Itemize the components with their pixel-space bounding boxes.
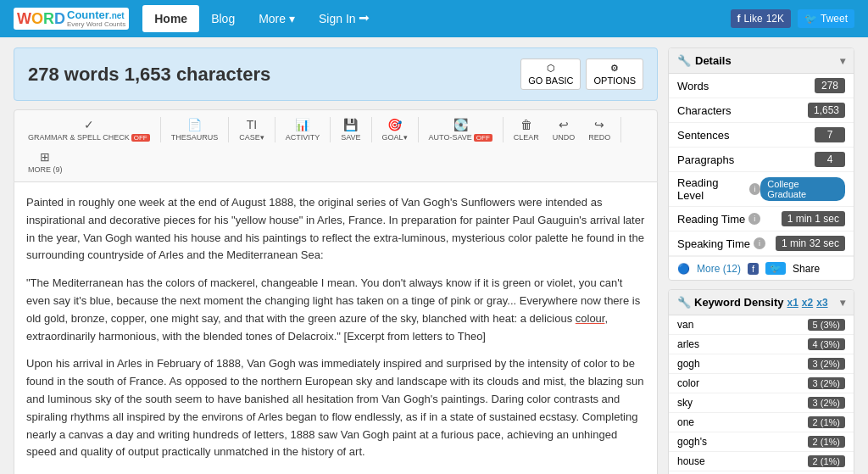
save-label: SAVE bbox=[341, 133, 360, 142]
autosave-badge: OFF bbox=[474, 134, 492, 142]
kd-row-van: van 5 (3%) bbox=[669, 315, 854, 335]
kd-x1-button[interactable]: x1 bbox=[787, 297, 798, 309]
thesaurus-label: THESAURUS bbox=[171, 133, 219, 142]
toolbar-separator-2 bbox=[228, 117, 229, 142]
misspelled-word: colour bbox=[576, 312, 605, 325]
reading-level-value: College Graduate bbox=[760, 177, 845, 201]
save-icon: 💾 bbox=[343, 118, 358, 131]
goal-icon: 🎯 bbox=[387, 118, 402, 131]
kd-x2-button[interactable]: x2 bbox=[802, 297, 813, 309]
kd-row-color: color 3 (2%) bbox=[669, 374, 854, 393]
kd-row-goghs: gogh's 2 (1%) bbox=[669, 432, 854, 452]
details-more-link[interactable]: More (12) bbox=[697, 263, 741, 275]
clear-label: CLEAR bbox=[514, 133, 539, 142]
kd-val-goghs: 2 (1%) bbox=[808, 436, 845, 448]
kd-val-color: 3 (2%) bbox=[808, 377, 845, 389]
case-button[interactable]: TI CASE▾ bbox=[234, 115, 270, 144]
details-section: 🔧 Details ▾ Words 278 Characters 1,653 S… bbox=[668, 47, 854, 281]
header-social: f Like 12K 🐦 Tweet bbox=[731, 9, 854, 28]
reading-level-info-icon[interactable]: i bbox=[749, 183, 761, 195]
left-panel: 278 words 1,653 characters ⬡ GO BASIC ⚙ … bbox=[14, 47, 658, 474]
kd-word-van: van bbox=[677, 319, 693, 331]
save-button[interactable]: 💾 SAVE bbox=[336, 115, 365, 144]
editor-area[interactable]: Painted in roughly one week at the end o… bbox=[14, 182, 658, 474]
kd-val-van: 5 (3%) bbox=[808, 319, 845, 331]
checkmark-icon: ✓ bbox=[84, 118, 94, 131]
details-row-reading-time: Reading Time i 1 min 1 sec bbox=[669, 207, 854, 231]
word-count-title: 278 words 1,653 characters bbox=[28, 64, 270, 86]
speaking-time-info-icon[interactable]: i bbox=[754, 237, 765, 249]
details-wrench-icon: 🔧 bbox=[677, 54, 691, 67]
speaking-time-label: Speaking Time bbox=[677, 237, 750, 250]
more-button[interactable]: ⊞ MORE (9) bbox=[23, 148, 68, 176]
options-button[interactable]: ⚙ OPTIONS bbox=[586, 59, 643, 90]
paragraph-2: "The Mediterranean has the colors of mac… bbox=[26, 275, 645, 345]
details-row-sentences: Sentences 7 bbox=[669, 123, 854, 148]
fb-count: 12K bbox=[766, 13, 784, 25]
autosave-button[interactable]: 💽 AUTO-SAVE OFF bbox=[424, 115, 498, 144]
case-icon: TI bbox=[247, 118, 257, 131]
options-icon: ⚙ bbox=[610, 63, 619, 74]
fb-icon: f bbox=[737, 13, 741, 25]
fb-like-label: Like bbox=[744, 13, 763, 25]
logo: WORD Counter.net Every Word Counts bbox=[14, 8, 129, 30]
redo-button[interactable]: ↪ REDO bbox=[583, 115, 615, 144]
kd-x3-button[interactable]: x3 bbox=[816, 297, 827, 309]
grammar-spell-check-button[interactable]: ✓ GRAMMAR & SPELL CHECK OFF bbox=[23, 115, 155, 144]
details-fb-share[interactable]: f bbox=[748, 263, 759, 275]
characters-value: 1,653 bbox=[808, 103, 845, 118]
activity-button[interactable]: 📊 ACTIVITY bbox=[281, 115, 326, 144]
toolbar-separator-1 bbox=[160, 117, 161, 142]
kd-word-goghs: gogh's bbox=[677, 436, 707, 448]
grammar-label: GRAMMAR & SPELL CHECK bbox=[28, 133, 130, 142]
toolbar-separator-4 bbox=[330, 117, 331, 142]
toolbar-separator-5 bbox=[371, 117, 372, 142]
thesaurus-button[interactable]: 📄 THESAURUS bbox=[166, 115, 224, 144]
kd-val-one: 2 (1%) bbox=[808, 416, 845, 428]
clear-button[interactable]: 🗑 CLEAR bbox=[509, 115, 544, 144]
details-collapse-button[interactable]: ▾ bbox=[840, 55, 845, 67]
toolbar: ✓ GRAMMAR & SPELL CHECK OFF 📄 THESAURUS … bbox=[14, 109, 658, 182]
tw-label: Tweet bbox=[821, 13, 848, 25]
keyword-density-section: 🔧 Keyword Density x1 x2 x3 ▾ van 5 (3%) … bbox=[668, 289, 854, 474]
undo-label: UNDO bbox=[553, 133, 576, 142]
reading-time-info-icon[interactable]: i bbox=[748, 213, 760, 225]
kd-word-color: color bbox=[677, 377, 699, 389]
kd-word-arles: arles bbox=[677, 338, 699, 350]
main-nav: Home Blog More ▾ Sign In ⮕ bbox=[142, 5, 382, 32]
details-tw-share[interactable]: 🐦 bbox=[765, 262, 786, 275]
main-layout: 278 words 1,653 characters ⬡ GO BASIC ⚙ … bbox=[0, 37, 868, 474]
kd-word-one: one bbox=[677, 416, 694, 428]
nav-home[interactable]: Home bbox=[142, 5, 199, 32]
redo-icon: ↪ bbox=[594, 118, 604, 131]
reading-time-label: Reading Time bbox=[677, 213, 745, 226]
keyword-density-collapse-button[interactable]: ▾ bbox=[840, 297, 845, 309]
activity-label: ACTIVITY bbox=[286, 133, 320, 142]
stats-actions: ⬡ GO BASIC ⚙ OPTIONS bbox=[520, 59, 643, 90]
goal-label: GOAL▾ bbox=[382, 133, 408, 142]
right-panel: 🔧 Details ▾ Words 278 Characters 1,653 S… bbox=[668, 47, 854, 474]
twitter-button[interactable]: 🐦 Tweet bbox=[798, 9, 854, 28]
stats-bar: 278 words 1,653 characters ⬡ GO BASIC ⚙ … bbox=[14, 47, 658, 101]
nav-more[interactable]: More ▾ bbox=[247, 5, 307, 32]
reading-level-label: Reading Level bbox=[677, 176, 746, 202]
kd-val-arles: 4 (3%) bbox=[808, 338, 845, 350]
nav-signin[interactable]: Sign In ⮕ bbox=[307, 5, 382, 32]
kd-val-gogh: 3 (2%) bbox=[808, 358, 845, 370]
kd-row-one: one 2 (1%) bbox=[669, 413, 854, 432]
undo-button[interactable]: ↩ UNDO bbox=[548, 115, 581, 144]
words-value: 278 bbox=[815, 78, 845, 93]
clear-icon: 🗑 bbox=[520, 118, 532, 131]
nav-blog[interactable]: Blog bbox=[199, 5, 247, 32]
thesaurus-icon: 📄 bbox=[187, 118, 202, 131]
go-basic-button[interactable]: ⬡ GO BASIC bbox=[520, 59, 581, 90]
sentences-value: 7 bbox=[815, 127, 845, 142]
kd-val-sky: 3 (2%) bbox=[808, 397, 845, 409]
goal-button[interactable]: 🎯 GOAL▾ bbox=[377, 115, 413, 144]
details-row-characters: Characters 1,653 bbox=[669, 98, 854, 123]
facebook-button[interactable]: f Like 12K bbox=[731, 9, 791, 28]
details-more-icon: 🔵 bbox=[677, 263, 690, 275]
go-basic-label: GO BASIC bbox=[528, 75, 573, 86]
toolbar-separator-8 bbox=[620, 117, 621, 142]
toolbar-separator-3 bbox=[275, 117, 275, 142]
